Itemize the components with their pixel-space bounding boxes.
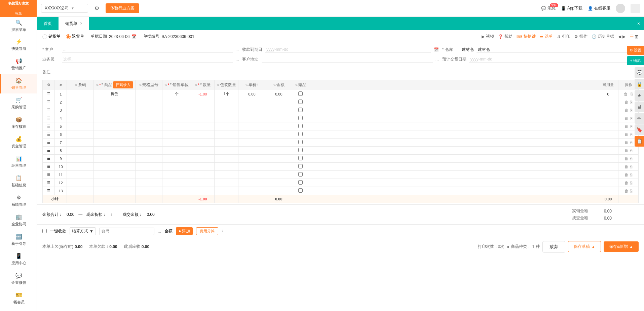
sidebar-item-basic-info[interactable]: 📋 基础信息 (0, 171, 37, 191)
row-gift[interactable] (292, 114, 309, 122)
row-qty[interactable] (191, 171, 215, 179)
list-view-btn[interactable]: ☰ (630, 34, 634, 39)
row-desc[interactable] (309, 114, 598, 122)
row-qty[interactable] (191, 147, 215, 155)
row-barcode[interactable] (67, 155, 94, 163)
row-qty[interactable] (191, 122, 215, 130)
shortcut-btn[interactable]: ⌨ 快捷键 (517, 34, 536, 39)
row-desc[interactable] (309, 139, 598, 147)
row-product[interactable] (94, 155, 136, 163)
row-barcode[interactable] (67, 122, 94, 130)
row-qty[interactable]: -1.00 (191, 90, 215, 98)
row-price[interactable] (238, 155, 265, 163)
delete-icon[interactable]: 🗑 (624, 116, 629, 121)
row-drag[interactable]: ☰ (43, 155, 55, 163)
row-desc[interactable] (309, 179, 598, 187)
row-spec[interactable] (135, 187, 162, 195)
copy-icon[interactable]: ⎘ (630, 189, 632, 193)
row-barcode[interactable] (67, 139, 94, 147)
copy-icon[interactable]: ⎘ (630, 172, 632, 177)
row-qty[interactable] (191, 179, 215, 187)
row-product[interactable] (94, 171, 136, 179)
row-price[interactable] (238, 179, 265, 187)
row-price[interactable] (238, 106, 265, 114)
row-gift[interactable] (292, 187, 309, 195)
sidebar-item-operations[interactable]: 📊 经营管理 (0, 152, 37, 171)
salesperson-input[interactable] (62, 56, 233, 63)
row-drag[interactable]: ☰ (43, 106, 55, 114)
row-barcode[interactable] (67, 147, 94, 155)
row-desc[interactable] (309, 155, 598, 163)
gift-checkbox[interactable] (298, 132, 303, 136)
row-gift[interactable] (292, 179, 309, 187)
next-arrow[interactable]: ▶ (622, 34, 626, 39)
row-spec[interactable] (135, 163, 162, 171)
expense-btn[interactable]: 费用分摊 (196, 227, 218, 235)
row-spec[interactable] (135, 106, 162, 114)
float-star-btn[interactable]: ★ (635, 90, 644, 101)
account-input[interactable] (99, 228, 154, 235)
sidebar-item-finance[interactable]: 💰 资金管理 (0, 132, 37, 152)
row-desc[interactable] (309, 98, 598, 106)
delete-icon[interactable]: 🗑 (624, 92, 628, 96)
delete-icon[interactable]: 🗑 (624, 100, 629, 105)
row-gift[interactable] (292, 106, 309, 114)
copy-icon[interactable]: ⎘ (630, 156, 632, 161)
row-drag[interactable]: ☰ (43, 147, 55, 155)
tab-home[interactable]: 首页 (37, 17, 59, 30)
copy-icon[interactable]: ⎘ (630, 140, 632, 145)
row-price[interactable]: 0.00 (238, 90, 265, 98)
gift-checkbox[interactable] (298, 108, 303, 112)
gift-checkbox[interactable] (298, 91, 303, 96)
warehouse-input[interactable] (477, 46, 633, 53)
row-gift[interactable] (292, 139, 309, 147)
sidebar-item-system[interactable]: ⚙ 系统管理 (0, 191, 37, 210)
copy-icon[interactable]: ⎘ (630, 164, 632, 169)
due-date-calendar-icon[interactable]: 📅 (434, 47, 439, 52)
row-drag[interactable]: ☰ (43, 187, 55, 195)
sidebar-item-member[interactable]: 🎫 畅会员 (0, 288, 37, 308)
row-product[interactable] (94, 130, 136, 139)
abandon-button[interactable]: 放弃 (542, 241, 565, 252)
row-gift[interactable] (292, 98, 309, 106)
customer-dots[interactable]: ... (235, 47, 239, 52)
delete-icon[interactable]: 🗑 (624, 124, 629, 129)
message-btn[interactable]: 💬 消息 99+ (541, 5, 556, 11)
row-desc[interactable] (309, 130, 598, 139)
sidebar-item-inventory[interactable]: 📦 库存核算 (0, 113, 37, 132)
sidebar-item-app-center[interactable]: 📱 应用中心 (0, 249, 37, 269)
sidebar-search[interactable]: 🔍 搜索菜单 (0, 17, 37, 35)
customer-addr-input[interactable] (262, 56, 432, 63)
row-product[interactable] (94, 147, 136, 155)
row-gift[interactable] (292, 147, 309, 155)
row-drag[interactable]: ☰ (43, 122, 55, 130)
row-drag[interactable]: ☰ (43, 163, 55, 171)
copy-icon[interactable]: ⎘ (630, 124, 632, 129)
prev-arrow[interactable]: ◀ (618, 34, 621, 39)
delete-icon[interactable]: 🗑 (624, 148, 629, 153)
video-btn[interactable]: ▶ 视频 (482, 34, 494, 39)
row-spec[interactable] (135, 98, 162, 106)
expected-date-input[interactable] (469, 56, 631, 63)
topbar-gear-button[interactable]: ⚙ (91, 3, 102, 14)
row-gift[interactable] (292, 122, 309, 130)
row-gift[interactable] (292, 155, 309, 163)
row-barcode[interactable] (67, 187, 94, 195)
row-product[interactable] (94, 163, 136, 171)
copy-icon[interactable]: ⎘ (631, 92, 633, 96)
sidebar-item-sales[interactable]: 🏠 销售管理 (0, 74, 37, 93)
row-desc[interactable] (309, 122, 598, 130)
one-click-payment-checkbox[interactable] (42, 229, 47, 233)
row-drag[interactable]: ☰ (43, 171, 55, 179)
row-desc[interactable] (309, 187, 598, 195)
row-price[interactable] (238, 139, 265, 147)
row-spec[interactable] (135, 139, 162, 147)
save-draft-button[interactable]: 保存草稿 ▲ (568, 241, 601, 252)
customer-input[interactable] (62, 46, 233, 53)
row-desc[interactable] (309, 147, 598, 155)
sidebar-item-wechat[interactable]: 💬 企业微信 (0, 269, 37, 288)
app-download-btn[interactable]: 📱 App下载 (561, 5, 582, 11)
float-bookmark-btn[interactable]: 🔖 (635, 124, 644, 135)
gift-checkbox[interactable] (298, 172, 303, 177)
row-desc[interactable] (309, 106, 598, 114)
